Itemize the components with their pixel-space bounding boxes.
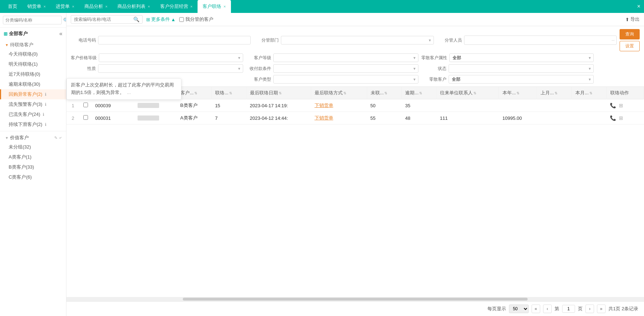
row-thismonth-1 bbox=[571, 99, 606, 112]
edit-icons[interactable]: ✎ 🗸 bbox=[54, 136, 62, 140]
sidebar-item-losswarning[interactable]: 流失预警客户(3) ℹ bbox=[0, 99, 66, 109]
action-icon-grid-1[interactable]: ⊞ bbox=[619, 103, 623, 108]
close-sales-order-icon[interactable]: × bbox=[43, 4, 46, 9]
sidebar-section-value[interactable]: ▼ 价值客户 ✎ 🗸 bbox=[0, 133, 66, 142]
col-last-way: 最后联络方式⇅ bbox=[311, 87, 367, 99]
action-icon-phone-2[interactable]: 📞 bbox=[610, 115, 616, 121]
action-icon-grid-2[interactable]: ⊞ bbox=[619, 115, 623, 121]
scrollbar-thumb[interactable] bbox=[183, 298, 528, 301]
sort-lastway-icon[interactable]: ⇅ bbox=[343, 91, 346, 95]
grid-icon: ⊞ bbox=[4, 31, 8, 37]
phone-field: 电话号码 bbox=[71, 36, 251, 44]
sidebar-item-a-class[interactable]: A类客户(1) bbox=[0, 152, 66, 162]
sidebar-item-tomorrow[interactable]: 明天待联络(1) bbox=[0, 59, 66, 69]
nav-home[interactable]: 首页 bbox=[3, 0, 22, 13]
close-purchase-order-icon[interactable]: × bbox=[72, 4, 74, 9]
dept-select[interactable] bbox=[281, 36, 434, 44]
customer-type-label: 客户类型 bbox=[246, 76, 271, 82]
row-lastway-1[interactable]: 下销货单 bbox=[311, 99, 367, 112]
customer-grade-select[interactable] bbox=[273, 53, 418, 62]
query-button[interactable]: 查询 bbox=[620, 29, 640, 39]
phone-label: 电话号码 bbox=[71, 37, 96, 43]
last-page-button[interactable]: » bbox=[597, 305, 606, 313]
sort-overdue-icon[interactable]: ⇅ bbox=[419, 91, 422, 95]
page-input[interactable] bbox=[562, 305, 575, 313]
status-select[interactable] bbox=[449, 64, 594, 73]
setting-button[interactable]: 设置 bbox=[620, 41, 640, 51]
row-checkbox-1[interactable] bbox=[79, 99, 92, 112]
sort-lastdate-icon[interactable]: ⇅ bbox=[279, 91, 282, 95]
sort-partner-icon[interactable]: ⇅ bbox=[473, 91, 476, 95]
close-product-analysis-icon[interactable]: × bbox=[105, 4, 107, 9]
price-grade-select[interactable] bbox=[99, 53, 243, 62]
prev-page-button[interactable]: ‹ bbox=[543, 305, 552, 313]
payment-label: 收付款条件 bbox=[246, 66, 271, 72]
sort-thisyear-icon[interactable]: ⇅ bbox=[516, 91, 519, 95]
declining-info-icon: ℹ bbox=[45, 122, 46, 127]
sort-uncontact-icon[interactable]: ⇅ bbox=[384, 91, 387, 95]
dept-field: 分管部门 ▼ bbox=[254, 36, 434, 44]
horizontal-scrollbar[interactable] bbox=[66, 297, 644, 301]
sort-thismonth-icon[interactable]: ⇅ bbox=[589, 91, 592, 95]
nav-sales-order[interactable]: 销货单 × bbox=[22, 0, 51, 13]
sidebar-section-pending[interactable]: ▼ 待联络客户 bbox=[0, 40, 66, 49]
sidebar-item-today[interactable]: 今天待联络(0) bbox=[0, 49, 66, 59]
row-lastway-2[interactable]: 下销货单 bbox=[311, 112, 367, 124]
row-lastway-link-1[interactable]: 下销货单 bbox=[315, 103, 333, 108]
per-page-select[interactable]: 50 20 100 bbox=[509, 305, 529, 313]
phone-input[interactable] bbox=[98, 36, 251, 44]
sort-lastmonth-icon[interactable]: ⇅ bbox=[555, 91, 557, 95]
next-page-button[interactable]: › bbox=[585, 305, 594, 313]
search-icon[interactable]: 🔍 bbox=[133, 16, 139, 22]
payment-select[interactable] bbox=[273, 64, 418, 73]
nav-customer-contact[interactable]: 客户联络 × bbox=[198, 0, 231, 13]
customer-type-field: 客户类型 ▼ bbox=[246, 75, 418, 84]
export-button[interactable]: ⬆ 导出 bbox=[625, 16, 640, 23]
row-thismonth-2 bbox=[571, 112, 606, 124]
sidebar-item-lost[interactable]: 已流失客户(24) ℹ bbox=[0, 109, 66, 119]
more-conditions-button[interactable]: ⊞ 更多条件 ▲ bbox=[146, 16, 176, 23]
sidebar-search-icon[interactable]: 🔍 bbox=[63, 18, 66, 23]
nature-label: 性质 bbox=[71, 66, 96, 72]
sidebar-item-7days[interactable]: 近7天待联络(0) bbox=[0, 69, 66, 79]
sidebar-item-ungroup[interactable]: 未分组(32) bbox=[0, 142, 66, 152]
sidebar-item-c-class[interactable]: C类客户(6) bbox=[0, 172, 66, 182]
sidebar-item-declining[interactable]: 持续下滑客户(2) ℹ bbox=[0, 119, 66, 129]
sort-contact-icon[interactable]: ⇅ bbox=[229, 91, 232, 95]
retail-attr-select[interactable]: 全部 bbox=[449, 53, 594, 62]
row-checkbox-2[interactable] bbox=[79, 112, 92, 124]
row-num-2: 2 bbox=[66, 112, 79, 124]
row-lastway-link-2[interactable]: 下销货单 bbox=[315, 115, 333, 121]
close-all-tabs-button[interactable]: × bbox=[637, 3, 640, 10]
total-records-label: 共1页 2条记录 bbox=[608, 306, 638, 312]
row-thisyear-2: 10995.00 bbox=[499, 112, 537, 124]
customer-type-select[interactable] bbox=[273, 75, 418, 84]
action-icons-2: 📞 ⊞ bbox=[610, 115, 640, 121]
nav-purchase-order[interactable]: 进货单 × bbox=[51, 0, 79, 13]
sidebar-item-overdue[interactable]: 逾期未联络(30) bbox=[0, 79, 66, 89]
content-area: 🔍 ⊞ 更多条件 ▲ 我分管的客户 ⬆ 导出 电话号码 bbox=[66, 13, 644, 316]
row-name-2 bbox=[134, 112, 176, 124]
first-page-button[interactable]: « bbox=[532, 305, 540, 313]
retail-attr-label: 零散客户属性 bbox=[421, 55, 447, 61]
my-customer-checkbox[interactable] bbox=[179, 17, 184, 22]
close-customer-tier-icon[interactable]: × bbox=[190, 4, 193, 9]
nav-product-analysis[interactable]: 商品分析 × bbox=[79, 0, 112, 13]
advanced-filters: 电话号码 分管部门 ▼ 分管人员 ··· bbox=[66, 26, 644, 87]
sort-type-icon[interactable]: ⇅ bbox=[194, 91, 197, 95]
sidebar-item-b-class[interactable]: B类客户(33) bbox=[0, 162, 66, 172]
col-last-date: 最后联络日期⇅ bbox=[246, 87, 311, 99]
row-action-2: 📞 ⊞ bbox=[606, 112, 644, 124]
retail-customer-select[interactable]: 全部 bbox=[449, 75, 594, 84]
nature-select[interactable] bbox=[98, 64, 243, 73]
sidebar-item-anomaly[interactable]: 回购异常客户(2) ℹ bbox=[0, 89, 66, 99]
sidebar-search-input[interactable] bbox=[3, 16, 62, 24]
action-icon-phone-1[interactable]: 📞 bbox=[610, 103, 616, 108]
close-customer-contact-icon[interactable]: × bbox=[223, 4, 226, 9]
col-uncontact: 未联...⇅ bbox=[367, 87, 402, 99]
close-product-list-icon[interactable]: × bbox=[148, 4, 150, 9]
nav-product-analysis-list[interactable]: 商品分析列表 × bbox=[112, 0, 155, 13]
sidebar-collapse-icon[interactable]: « bbox=[59, 30, 62, 37]
nav-customer-tier[interactable]: 客户分层经营 × bbox=[155, 0, 198, 13]
search-input[interactable] bbox=[74, 17, 133, 22]
